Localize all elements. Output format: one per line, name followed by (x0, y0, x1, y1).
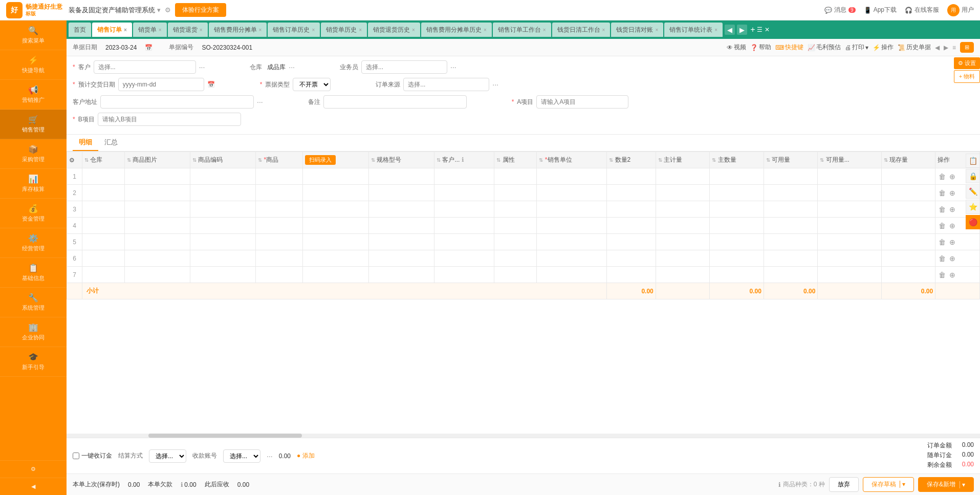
sidebar-item-marketing[interactable]: 📢 营销推广 (0, 80, 67, 110)
tab-sales-workbench[interactable]: 销售订单工作台 × (493, 23, 551, 37)
row-delete-btn-3[interactable]: 🗑 (938, 204, 947, 214)
b-project-input[interactable] (98, 113, 241, 126)
customer-address-input[interactable] (100, 95, 254, 109)
warehouse-ellipsis-btn[interactable]: ··· (289, 63, 295, 71)
tab-return-history[interactable]: 销货单历史 × (321, 23, 367, 37)
sidebar-item-quick-nav[interactable]: ⚡ 快捷导航 (0, 50, 67, 80)
sidebar-item-inventory[interactable]: 📊 库存核算 (0, 169, 67, 199)
float-btn-1[interactable]: 📋 (966, 154, 980, 168)
sidebar-item-search[interactable]: 🔍 搜索菜单 (0, 20, 67, 50)
receipt-account-select[interactable]: 选择... (223, 449, 260, 463)
sales-person-input[interactable] (361, 60, 447, 74)
tab-close-refund-history[interactable]: × (412, 27, 415, 33)
tab-order-history[interactable]: 销售订单历史 × (268, 23, 320, 37)
invoice-type-select[interactable]: 不开票 普票 专票 (293, 78, 331, 91)
tab-close-sales-order[interactable]: × (124, 27, 127, 33)
tab-close-fee-split[interactable]: × (259, 27, 262, 33)
message-btn[interactable]: 💬 消息 9 (824, 6, 856, 14)
tab-close-fee-history[interactable]: × (484, 27, 487, 33)
shortcut-btn[interactable]: ⌨ 快捷键 (775, 43, 803, 52)
header-save-btn[interactable]: ⊞ (960, 42, 974, 53)
tab-sales-refund[interactable]: 销货退货 × (168, 23, 208, 37)
header-prev-btn[interactable]: ◀ (935, 44, 940, 51)
sidebar-item-system[interactable]: 🔧 系统管理 (0, 288, 67, 317)
a-project-input[interactable] (536, 95, 628, 109)
row-delete-btn-1[interactable]: 🗑 (938, 171, 947, 182)
row-delete-btn-7[interactable]: 🗑 (938, 270, 947, 280)
sidebar-item-guide[interactable]: 🎓 新手引导 (0, 347, 67, 377)
order-source-input[interactable] (403, 78, 489, 91)
tab-close-return-history[interactable]: × (359, 27, 362, 33)
tab-close-sales-return[interactable]: × (159, 27, 162, 33)
sidebar-item-enterprise[interactable]: 🏢 企业协同 (0, 317, 67, 347)
system-settings-icon[interactable]: ⚙ (165, 6, 171, 14)
online-service-btn[interactable]: 🎧 在线客服 (905, 6, 939, 14)
tab-prev-btn[interactable]: ◀ (725, 25, 735, 35)
tab-close-sales-stats[interactable]: × (714, 27, 717, 33)
header-list-btn[interactable]: ≡ (952, 44, 956, 51)
save-draft-btn[interactable]: 保存草稿 ▾ (863, 477, 914, 492)
form-tab-detail[interactable]: 明细 (73, 135, 98, 151)
row-copy-btn-7[interactable]: ⊕ (948, 270, 956, 280)
horizontal-scrollbar[interactable] (67, 434, 980, 438)
settle-method-select[interactable]: 选择... (149, 449, 186, 463)
row-copy-btn-2[interactable]: ⊕ (948, 188, 956, 198)
draft-dropdown-icon[interactable]: ▾ (900, 481, 905, 488)
row-delete-btn-2[interactable]: 🗑 (938, 188, 947, 198)
tab-sales-order[interactable]: 销售订单 × (92, 23, 132, 37)
sidebar-item-purchase[interactable]: 📦 采购管理 (0, 139, 67, 169)
header-next-btn[interactable]: ▶ (944, 44, 948, 51)
tab-close-workbench[interactable]: × (543, 27, 546, 33)
calendar-icon[interactable]: 📅 (145, 44, 153, 51)
customer-ellipsis-btn[interactable]: ··· (199, 63, 205, 71)
tab-close-sales-refund[interactable]: × (200, 27, 203, 33)
tab-home[interactable]: 首页 (69, 23, 91, 37)
one-key-settle-checkbox[interactable]: 一键收订金 (73, 451, 112, 460)
sidebar-item-operations[interactable]: ⚙️ 经营管理 (0, 228, 67, 258)
sidebar-collapse-btn[interactable]: ◀ (0, 478, 67, 495)
float-btn-2[interactable]: 🔒 (966, 169, 980, 183)
tab-close-order-history[interactable]: × (312, 27, 315, 33)
preview-btn[interactable]: 👁 视频 (727, 43, 746, 52)
system-dropdown-icon[interactable]: ▾ (157, 6, 161, 14)
row-copy-btn-1[interactable]: ⊕ (948, 171, 956, 182)
add-receipt-btn[interactable]: ● 添加 (297, 451, 315, 460)
save-new-btn[interactable]: 保存&新增 ▾ (918, 477, 974, 492)
address-ellipsis-btn[interactable]: ··· (257, 98, 263, 106)
float-btn-5[interactable]: 🔴 (966, 215, 980, 229)
float-btn-4[interactable]: ⭐ (966, 200, 980, 214)
tab-cash-reconcile[interactable]: 钱货日清对账 × (611, 23, 663, 37)
user-btn[interactable]: 用 用户 (947, 4, 974, 16)
settings-float-btn[interactable]: ⚙ 设置 (954, 57, 980, 69)
scan-btn[interactable]: 扫码录入 (305, 155, 336, 165)
float-btn-3[interactable]: ✏️ (966, 184, 980, 199)
row-delete-btn-4[interactable]: 🗑 (938, 221, 947, 231)
tab-close-cash-daily[interactable]: × (602, 27, 605, 33)
form-tab-summary[interactable]: 汇总 (98, 135, 124, 151)
save-new-dropdown-icon[interactable]: ▾ (960, 481, 965, 488)
one-key-settle-input[interactable] (73, 453, 79, 459)
receipt-ellipsis-btn[interactable]: ··· (267, 452, 273, 460)
tab-next-btn[interactable]: ▶ (737, 25, 747, 35)
row-copy-btn-3[interactable]: ⊕ (948, 204, 956, 214)
add-material-btn[interactable]: + 物料 (954, 70, 980, 83)
delivery-calendar-icon[interactable]: 📅 (207, 81, 215, 88)
profit-btn[interactable]: 📈 毛利预估 (808, 43, 841, 52)
sales-person-ellipsis-btn[interactable]: ··· (450, 63, 456, 71)
row-copy-btn-5[interactable]: ⊕ (948, 237, 956, 247)
solution-button[interactable]: 体验行业方案 (175, 3, 226, 17)
operations-btn[interactable]: ⚡ 操作 (873, 43, 894, 52)
row-copy-btn-6[interactable]: ⊕ (948, 253, 956, 264)
row-delete-btn-6[interactable]: 🗑 (938, 253, 947, 264)
col-settings-icon[interactable]: ⚙ (69, 157, 75, 164)
order-source-ellipsis-btn[interactable]: ··· (492, 80, 498, 89)
col-settings[interactable]: ⚙ (67, 152, 82, 168)
sidebar-item-sales[interactable]: 🛒 销售管理 (0, 110, 67, 139)
row-copy-btn-4[interactable]: ⊕ (948, 221, 956, 231)
remarks-input[interactable] (323, 95, 467, 109)
tab-add-btn[interactable]: + (750, 25, 755, 34)
history-btn[interactable]: 📜 历史单据 (898, 43, 931, 52)
tab-sales-stats[interactable]: 销售订单统计表 × (664, 23, 723, 37)
row-delete-btn-5[interactable]: 🗑 (938, 237, 947, 247)
tab-refund-history[interactable]: 销货退货历史 × (368, 23, 420, 37)
